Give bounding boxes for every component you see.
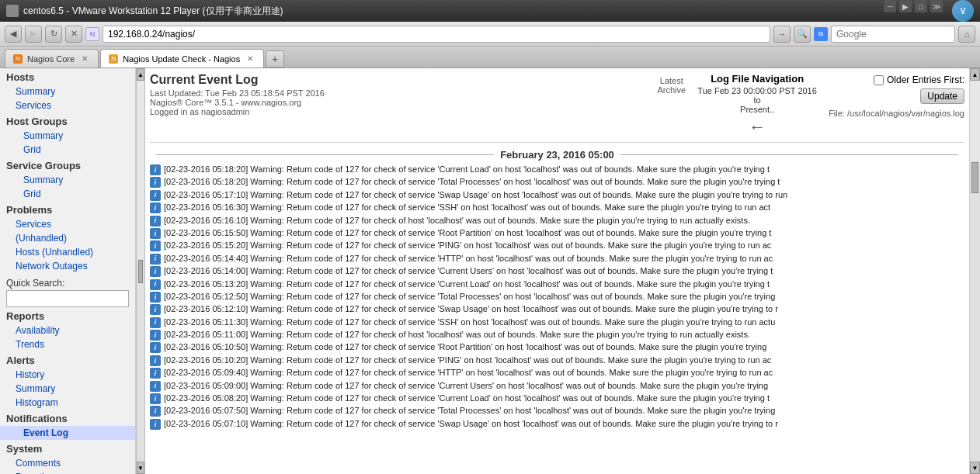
refresh-button[interactable]: ↻ [45, 26, 62, 43]
log-entry-text: [02-23-2016 05:09:00] Warning: Return co… [164, 380, 964, 392]
log-entry-icon[interactable]: i [150, 355, 161, 366]
sidebar-item-alert-summary[interactable]: Summary [0, 382, 135, 396]
new-tab-button[interactable]: + [266, 50, 284, 67]
go-button[interactable]: → [773, 26, 791, 43]
search-input[interactable] [831, 26, 955, 43]
tab-label-nagios-core: Nagios Core [27, 54, 75, 64]
date-separator-text: February 23, 2016 05:00 [500, 149, 614, 161]
tab-nagios-update[interactable]: N Nagios Update Check - Nagios ✕ [100, 49, 264, 67]
maximize-button[interactable]: □ [915, 0, 927, 12]
sidebar-item-sg-grid[interactable]: Grid [0, 187, 135, 201]
sidebar-item-prob-unhandled-svc[interactable]: (Unhandled) [0, 231, 135, 245]
log-entry-icon[interactable]: i [150, 228, 161, 239]
log-entry-icon[interactable]: i [150, 279, 161, 290]
sidebar-section-hostgroups[interactable]: Host Groups [0, 112, 135, 129]
older-entries-checkbox[interactable] [874, 75, 884, 85]
tab-close-nagios-core[interactable]: ✕ [79, 54, 90, 64]
sidebar-item-hg-summary[interactable]: Summary [0, 129, 135, 143]
content-scroll-thumb[interactable] [971, 162, 978, 193]
sidebar-item-sg-summary[interactable]: Summary [0, 173, 135, 187]
sidebar: Hosts Summary Services Host Groups Summa… [0, 68, 136, 474]
content-scrollbar[interactable]: ▲ ▼ [969, 68, 980, 474]
log-entry: i [02-23-2016 05:11:00] Warning: Return … [150, 329, 964, 341]
log-entries-container: i [02-23-2016 05:18:20] Warning: Return … [150, 164, 964, 430]
sidebar-item-hosts-summary[interactable]: Summary [0, 85, 135, 99]
search-icon[interactable]: 🔍 [794, 26, 811, 43]
home-button[interactable]: ⌂ [958, 26, 975, 43]
player-button[interactable]: ▶ [899, 0, 912, 12]
window-title: centos6.5 - VMware Workstation 12 Player… [23, 5, 283, 18]
sidebar-section-problems[interactable]: Problems [0, 201, 135, 217]
sidebar-item-downtime[interactable]: Downtime [0, 470, 135, 474]
minimize-button[interactable]: ─ [884, 0, 896, 12]
log-entry-icon[interactable]: i [150, 202, 161, 213]
sidebar-item-hosts-services[interactable]: Services [0, 99, 135, 112]
log-entry-icon[interactable]: i [150, 368, 161, 379]
content-scroll-up[interactable]: ▲ [970, 68, 980, 81]
log-entry-text: [02-23-2016 05:15:50] Warning: Return co… [164, 227, 964, 239]
log-entry-icon[interactable]: i [150, 190, 161, 201]
sidebar-section-servicegroups[interactable]: Service Groups [0, 157, 135, 173]
log-entry-icon[interactable]: i [150, 381, 161, 392]
tab-favicon-update: N [109, 54, 118, 64]
sidebar-item-availability[interactable]: Availability [0, 323, 135, 337]
tabs-bar: N Nagios Core ✕ N Nagios Update Check - … [0, 47, 980, 68]
log-entry-icon[interactable]: i [150, 342, 161, 353]
log-entry-icon[interactable]: i [150, 304, 161, 315]
log-entry-icon[interactable]: i [150, 216, 161, 227]
update-button[interactable]: Update [920, 88, 964, 104]
sidebar-item-prob-hosts-unhandled[interactable]: Hosts (Unhandled) [0, 245, 135, 259]
sidebar-item-alert-histogram[interactable]: Histogram [0, 396, 135, 410]
tab-nagios-core[interactable]: N Nagios Core ✕ [5, 49, 99, 67]
content-header: Current Event Log Last Updated: Tue Feb … [150, 73, 964, 143]
log-entry-icon[interactable]: i [150, 177, 161, 188]
log-entry: i [02-23-2016 05:14:00] Warning: Return … [150, 265, 964, 277]
window-titlebar: centos6.5 - VMware Workstation 12 Player… [0, 0, 980, 22]
log-entry-icon[interactable]: i [150, 393, 161, 404]
log-entry-text: [02-23-2016 05:14:40] Warning: Return co… [164, 253, 964, 265]
stop-button[interactable]: ✕ [65, 26, 82, 43]
sidebar-item-hg-grid[interactable]: Grid [0, 143, 135, 157]
log-entry-icon[interactable]: i [150, 330, 161, 341]
sidebar-scroll-up[interactable]: ▲ [137, 68, 144, 81]
sidebar-section-reports[interactable]: Reports [0, 307, 135, 323]
log-nav-prev-arrow[interactable]: ← [695, 117, 819, 137]
sidebar-item-prob-network[interactable]: Network Outages [0, 259, 135, 273]
sidebar-item-alert-history[interactable]: History [0, 368, 135, 382]
more-button[interactable]: ≫ [930, 0, 943, 12]
sidebar-section-notifications[interactable]: Notifications [0, 410, 135, 426]
forward-button[interactable]: ▶ [25, 26, 42, 43]
content-scroll-down[interactable]: ▼ [970, 462, 980, 474]
log-entry-icon[interactable]: i [150, 164, 161, 175]
sidebar-item-event-log[interactable]: Event Log [0, 426, 135, 440]
log-entry-icon[interactable]: i [150, 254, 161, 265]
sidebar-item-trends[interactable]: Trends [0, 337, 135, 351]
sidebar-scroll-down[interactable]: ▼ [137, 462, 144, 474]
archive-label: LatestArchive [657, 73, 686, 95]
sidebar-scroll-thumb[interactable] [138, 260, 143, 283]
log-entry-icon[interactable]: i [150, 406, 161, 417]
address-bar[interactable] [103, 26, 770, 43]
tab-close-nagios-update[interactable]: ✕ [245, 54, 255, 64]
log-entry: i [02-23-2016 05:10:50] Warning: Return … [150, 341, 964, 353]
sidebar-scrollbar[interactable]: ▲ ▼ [136, 68, 145, 474]
event-log-info: Current Event Log Last Updated: Tue Feb … [150, 73, 648, 116]
file-info: File: /usr/local/nagios/var/nagios.log [829, 109, 964, 118]
quick-search-input[interactable] [6, 290, 129, 307]
log-entry-icon[interactable]: i [150, 240, 161, 251]
back-button[interactable]: ◀ [5, 26, 22, 43]
sidebar-item-comments[interactable]: Comments [0, 456, 135, 470]
log-entry-icon[interactable]: i [150, 317, 161, 328]
sidebar-section-alerts[interactable]: Alerts [0, 351, 135, 368]
log-entry-icon[interactable]: i [150, 419, 161, 430]
log-entry-text: [02-23-2016 05:12:50] Warning: Return co… [164, 291, 964, 303]
log-entry-text: [02-23-2016 05:07:10] Warning: Return co… [164, 418, 964, 430]
sidebar-item-prob-services[interactable]: Services [0, 217, 135, 231]
log-entry-icon[interactable]: i [150, 292, 161, 303]
sidebar-section-hosts[interactable]: Hosts [0, 68, 135, 85]
log-entry-icon[interactable]: i [150, 266, 161, 277]
window-controls[interactable]: ─ ▶ □ ≫ V [884, 0, 974, 22]
sidebar-section-system[interactable]: System [0, 440, 135, 456]
log-entry: i [02-23-2016 05:15:20] Warning: Return … [150, 240, 964, 251]
log-entry: i [02-23-2016 05:10:20] Warning: Return … [150, 355, 964, 366]
